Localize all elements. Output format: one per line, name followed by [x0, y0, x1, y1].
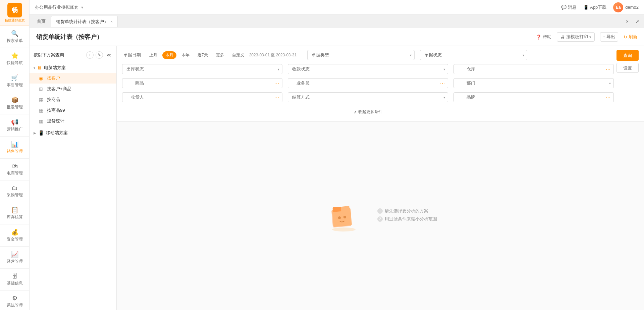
message-icon: 💬	[561, 5, 567, 10]
sidebar-item-ecommerce[interactable]: 🛍 电商管理	[0, 159, 29, 180]
sidebar-item-quicknav[interactable]: ⭐ 快捷导航	[0, 48, 29, 70]
search-icon: 🔍	[1, 30, 28, 37]
logo-text: 畅捷通好生意	[1, 18, 28, 23]
message-button[interactable]: 💬 消息	[561, 4, 577, 10]
setting-button[interactable]: 设置	[616, 63, 639, 73]
date-btn-7days[interactable]: 近7天	[195, 51, 211, 59]
sidebar-item-search[interactable]: 🔍 搜索菜单	[0, 26, 29, 48]
type-arrow: ▾	[410, 53, 412, 57]
type-select[interactable]: 单据类型 ▾	[307, 50, 415, 60]
breadcrumb: 办公用品行业模拟账套	[35, 4, 78, 10]
pay-status-select[interactable]: 收款状态 ▾	[288, 64, 448, 74]
date-btn-last-month[interactable]: 上月	[146, 51, 160, 59]
sidebar-item-purchase[interactable]: 🗂 采购管理	[0, 180, 29, 202]
tab-active[interactable]: 销货单统计计表（按客户） ×	[51, 16, 118, 27]
operation-icon: 📈	[1, 251, 28, 258]
product-label: 商品	[125, 80, 144, 86]
collapse-icon: ∧	[354, 110, 357, 114]
salesperson-select[interactable]: 业务员 ···	[288, 78, 448, 88]
scheme-desktop-group-header[interactable]: ▾ 🖥 电脑端方案	[30, 63, 116, 73]
page-header: 销货单统计表（按客户） ❓ 帮助 🖨 按模板打印 ▾ ↑ 导出 ↻ 刷新	[30, 28, 644, 46]
sidebar-item-marketing[interactable]: 📢 营销推广	[0, 114, 29, 137]
empty-svg	[325, 198, 362, 235]
sidebar-item-marketing-label: 营销推广	[7, 127, 23, 132]
tab-close-icon[interactable]: ×	[110, 19, 113, 24]
scheme-collapse-button[interactable]: ≪	[105, 51, 112, 59]
out-status-arrow: ▾	[278, 67, 279, 71]
scheme-add-button[interactable]: +	[86, 51, 94, 59]
date-btn-more[interactable]: 更多	[213, 51, 227, 59]
date-btn-custom[interactable]: 自定义	[229, 51, 247, 59]
empty-state: 1 请先选择要分析的方案 2 用过滤条件来缩小分析范围	[117, 122, 644, 310]
breadcrumb-dropdown[interactable]: ▾	[81, 5, 83, 10]
warehouse-dots: ···	[606, 66, 611, 72]
scheme-item-by-customer-product[interactable]: ⊞ 按客户+商品	[30, 84, 116, 94]
svg-rect-3	[332, 206, 341, 212]
hint-num-1: 1	[377, 208, 383, 214]
warehouse-label: 仓库	[457, 66, 475, 72]
scheme-item-label-custprod: 按客户+商品	[47, 86, 71, 92]
app-download-button[interactable]: 📱 App下载	[583, 4, 606, 10]
out-status-select[interactable]: 出库状态 ▾	[122, 64, 282, 74]
sidebar-item-inventory[interactable]: 📋 库存核算	[0, 202, 29, 224]
maximize-button[interactable]: ⤢	[633, 17, 641, 25]
status-select[interactable]: 单据状态 ▾	[420, 50, 527, 60]
tab-bar: 首页 销货单统计计表（按客户） × × ⤢	[30, 15, 644, 28]
tab-home[interactable]: 首页	[32, 16, 50, 27]
ecommerce-icon: 🛍	[1, 163, 28, 170]
brand-select[interactable]: 品牌 ···	[453, 92, 614, 102]
status-label: 单据状态	[423, 52, 442, 58]
warehouse-select[interactable]: 仓库 ···	[453, 64, 614, 74]
sidebar-item-operation[interactable]: 📈 经营管理	[0, 247, 29, 269]
scheme-items: ◉ 按客户 ⊞ 按客户+商品 ▦ 按商品 ▦ 按	[30, 73, 116, 126]
settlement-label: 结算方式	[291, 94, 310, 100]
user-menu[interactable]: Ea demo2	[613, 2, 639, 12]
date-range-display: 2023-03-01 至 2023-03-31	[249, 52, 297, 58]
sidebar-item-retail[interactable]: 🛒 零售管理	[0, 70, 29, 92]
print-arrow: ▾	[589, 35, 591, 39]
sidebar-item-sales[interactable]: 📊 销售管理	[0, 137, 29, 159]
print-button[interactable]: 🖨 按模板打印 ▾	[557, 32, 595, 42]
scheme-mobile-label: 移动端方案	[46, 130, 68, 136]
retail-icon: 🛒	[1, 74, 28, 82]
date-quick-btns: 上月 本月 本年 近7天 更多 自定义 2023-03-01 至 2023-03…	[146, 51, 297, 59]
pay-status-label: 收款状态	[291, 66, 310, 72]
user-name: demo2	[625, 5, 639, 10]
scheme-panel-title: 按以下方案查询	[34, 52, 64, 58]
header-left: 办公用品行业模拟账套 ▾	[35, 4, 83, 10]
sidebar-item-finance-label: 资金管理	[7, 237, 23, 242]
product-select[interactable]: 商品 ···	[122, 78, 282, 88]
scheme-item-icon-customer: ◉	[39, 75, 44, 81]
query-button[interactable]: 查询	[616, 50, 639, 61]
sidebar-item-finance[interactable]: 💰 资金管理	[0, 224, 29, 247]
sidebar: 畅 畅捷通好生意 🔍 搜索菜单 ⭐ 快捷导航 🛒 零售管理 📦 批发管理 📢 营…	[0, 0, 30, 310]
scheme-item-by-customer[interactable]: ◉ 按客户	[30, 73, 116, 84]
mobile-icon: 📱	[38, 130, 44, 136]
scheme-edit-button[interactable]: ✎	[96, 51, 103, 59]
scheme-mobile-group-header[interactable]: ▶ 📱 移动端方案	[30, 128, 116, 138]
help-button[interactable]: ❓ 帮助	[536, 34, 551, 40]
minimize-button[interactable]: ×	[623, 17, 631, 25]
date-btn-this-year[interactable]: 本年	[178, 51, 193, 59]
sidebar-item-wholesale[interactable]: 📦 批发管理	[0, 92, 29, 114]
scheme-item-by-product99[interactable]: ▦ 按商品99	[30, 105, 116, 116]
scheme-item-label-prod: 按商品	[47, 97, 60, 103]
logo-icon: 畅	[7, 3, 22, 17]
export-button[interactable]: ↑ 导出	[600, 32, 619, 42]
message-label: 消息	[568, 4, 577, 10]
dept-select[interactable]: 部门 ▾	[453, 78, 614, 88]
settlement-select[interactable]: 结算方式 ▾	[288, 92, 448, 102]
sidebar-item-purchase-label: 采购管理	[7, 193, 23, 197]
collapse-more-button[interactable]: ∧ 收起更多条件	[122, 106, 614, 117]
scheme-item-return-stats[interactable]: ▦ 退货统计	[30, 116, 116, 126]
sidebar-item-basic[interactable]: 🗄 基础信息	[0, 269, 29, 291]
collapse-label: 收起更多条件	[358, 109, 382, 115]
right-area: 单据日期 上月 本月 本年 近7天 更多 自定义 2023-03-01 至 20…	[117, 46, 644, 310]
sidebar-item-system[interactable]: ⚙ 系统管理	[0, 291, 29, 310]
type-label: 单据类型	[310, 52, 329, 58]
receiver-select[interactable]: 收货人 ···	[122, 92, 282, 102]
refresh-button[interactable]: ↻ 刷新	[624, 34, 637, 40]
group-expand-icon: ▾	[34, 66, 35, 70]
date-btn-this-month[interactable]: 本月	[162, 51, 176, 59]
scheme-item-by-product[interactable]: ▦ 按商品	[30, 94, 116, 105]
